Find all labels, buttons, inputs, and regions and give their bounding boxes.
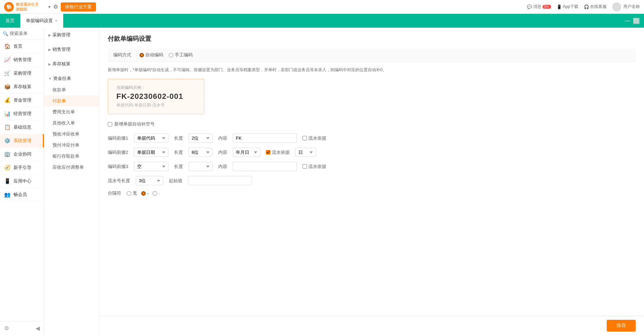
sub-item-prepaid-receivable[interactable]: 预收冲应收单 bbox=[44, 129, 99, 140]
prefix1-select[interactable]: 单据代码 单据日期 部门 业务员 空 bbox=[134, 133, 169, 143]
sidebar-item-home[interactable]: 🏠 首页 bbox=[0, 40, 44, 53]
sub-item-payment[interactable]: 付款单 bbox=[44, 95, 99, 106]
prefix2-label: 编码前缀2 bbox=[108, 149, 128, 156]
prefix3-length-select[interactable] bbox=[189, 162, 213, 171]
sidebar-item-baseinfo[interactable]: 📋 基础信息 bbox=[0, 121, 44, 134]
sidebar-search[interactable]: 🔍 搜索菜单 bbox=[0, 28, 44, 40]
headset-icon: 🎧 bbox=[584, 4, 589, 9]
sidebar-item-member[interactable]: 👥 畅会员 bbox=[0, 188, 44, 202]
finance-icon: 💰 bbox=[4, 97, 11, 103]
sidebar-item-appcenter[interactable]: 📱 应用中心 bbox=[0, 175, 44, 188]
sep-none-input[interactable] bbox=[127, 191, 131, 196]
settings-tab[interactable]: 单据编码设置 × bbox=[20, 14, 63, 28]
home-tab[interactable]: 首页 bbox=[0, 14, 20, 28]
sub-group-inventory-title[interactable]: ▶ 库存核算 bbox=[44, 58, 99, 70]
prefix3-serial-checkbox[interactable] bbox=[302, 164, 307, 169]
message-badge: 99+ bbox=[542, 5, 551, 9]
prefix2-content-select[interactable]: 年月日 年月 年 bbox=[233, 148, 260, 157]
prefix2-serial-period-select[interactable]: 日 月 年 bbox=[295, 148, 316, 157]
sep-dash-input[interactable] bbox=[141, 191, 146, 196]
sidebar-item-purchase[interactable]: 🛒 采购管理 bbox=[0, 67, 44, 80]
code-preview-value: FK-20230602-001 bbox=[116, 92, 196, 101]
workspace-dropdown[interactable]: ▾ bbox=[48, 4, 50, 9]
arrow-right-icon: ▶ bbox=[48, 33, 51, 37]
sub-item-receipt[interactable]: 收款单 bbox=[44, 84, 99, 95]
user-area[interactable]: 用户名称 bbox=[612, 2, 640, 11]
manual-coding-input[interactable] bbox=[169, 53, 173, 57]
sub-item-receivable-adjust[interactable]: 应收应付调整单 bbox=[44, 162, 99, 173]
sidebar-item-guide[interactable]: 🧭 新手引导 bbox=[0, 161, 44, 175]
serial-length-select[interactable]: 2位 3位 4位 5位 bbox=[136, 176, 163, 185]
sep-none-radio[interactable]: 无 bbox=[127, 190, 137, 196]
minimize-window-button[interactable]: — bbox=[625, 18, 630, 24]
prefix3-serial-check[interactable]: 流水依据 bbox=[302, 164, 326, 170]
sep-dash-radio[interactable]: - bbox=[141, 191, 148, 196]
save-button[interactable]: 保存 bbox=[607, 320, 636, 332]
code-preview-label: 当前编码示例： bbox=[116, 85, 196, 91]
prefix1-label: 编码前缀1 bbox=[108, 135, 128, 141]
coding-method-row: 编码方式 自动编码 手工编码 bbox=[108, 48, 636, 62]
separator-radio-group: 无 - · bbox=[127, 190, 160, 196]
prefix2-length-select[interactable]: 6位 8位 10位 bbox=[189, 148, 213, 157]
app-download-button[interactable]: 📱 App下载 bbox=[557, 4, 578, 10]
prefix1-content-input[interactable] bbox=[233, 133, 297, 143]
tab-actions: — ⬜ bbox=[625, 18, 644, 24]
info-text: 新增单据时，*单据编码*自动生成，不可编辑。前缀设置为部门、业务员等档案类型，开… bbox=[108, 67, 636, 73]
sidebar-item-system[interactable]: ⚙️ 系统管理 bbox=[0, 134, 44, 148]
member-icon: 👥 bbox=[4, 192, 11, 198]
prefix2-select[interactable]: 单据代码 单据日期 部门 业务员 空 bbox=[134, 148, 169, 157]
sidebar-item-inventory[interactable]: 📦 库存核算 bbox=[0, 80, 44, 94]
message-button[interactable]: 💬 消息 99+ bbox=[527, 4, 551, 10]
sub-group-sales-title[interactable]: ▶ 销售管理 bbox=[44, 44, 99, 55]
sep-dot-radio[interactable]: · bbox=[153, 191, 160, 196]
sidebar-collapse-button[interactable]: ◀ bbox=[36, 325, 40, 332]
message-icon: 💬 bbox=[527, 4, 532, 9]
prefix3-content-label: 内容 bbox=[218, 164, 227, 170]
sub-item-prepaid-payable[interactable]: 预付冲应付单 bbox=[44, 140, 99, 151]
sidebar-item-operations[interactable]: 📊 经营管理 bbox=[0, 107, 44, 121]
auto-fill-label[interactable]: 新增单据自动补空号 bbox=[114, 121, 155, 127]
operations-icon: 📊 bbox=[4, 111, 11, 117]
sidebar: 🔍 搜索菜单 🏠 首页 📈 销售管理 🛒 采购管理 📦 库存核算 💰 资金管理 … bbox=[0, 28, 44, 335]
auto-coding-radio[interactable]: 自动编码 bbox=[140, 52, 163, 58]
prefix1-length-select[interactable]: 2位 3位 4位 bbox=[189, 133, 213, 143]
sidebar-item-enterprise[interactable]: 🏢 企业协同 bbox=[0, 148, 44, 161]
auto-fill-row: 新增单据自动补空号 bbox=[108, 121, 636, 127]
prefix3-label: 编码前缀3 bbox=[108, 164, 128, 170]
sub-item-expense[interactable]: 费用支出单 bbox=[44, 106, 99, 118]
sidebar-item-sales[interactable]: 📈 销售管理 bbox=[0, 53, 44, 67]
prefix2-serial-checkbox[interactable] bbox=[266, 150, 270, 155]
prefix2-serial-check[interactable]: 流水依据 bbox=[266, 149, 290, 156]
guide-icon: 🧭 bbox=[4, 165, 11, 171]
manual-coding-radio[interactable]: 手工编码 bbox=[169, 52, 193, 58]
settings-gear-button[interactable]: ⚙ bbox=[53, 3, 58, 10]
prefix3-select[interactable]: 单据代码 单据日期 部门 业务员 空 bbox=[134, 162, 169, 171]
prefix2-row: 编码前缀2 单据代码 单据日期 部门 业务员 空 长度 6位 8位 10位 内容 bbox=[108, 148, 636, 157]
auto-coding-input[interactable] bbox=[140, 53, 144, 57]
prefix1-row: 编码前缀1 单据代码 单据日期 部门 业务员 空 长度 2位 3位 4位 内容 bbox=[108, 133, 636, 143]
content-inner: 付款单编码设置 编码方式 自动编码 手工编码 bbox=[99, 28, 644, 316]
sub-group-purchase-title[interactable]: ▶ 采购管理 bbox=[44, 29, 99, 41]
purchase-icon: 🛒 bbox=[4, 70, 11, 76]
service-button[interactable]: 🎧 在线客服 bbox=[584, 4, 607, 10]
logo-area: 畅 畅捷通好生意 旗舰版 bbox=[4, 2, 46, 12]
close-tab-icon[interactable]: × bbox=[55, 18, 57, 23]
promo-button[interactable]: 体验行业方案 bbox=[61, 2, 96, 11]
prefix1-serial-checkbox[interactable] bbox=[302, 136, 307, 140]
auto-fill-checkbox[interactable] bbox=[108, 122, 112, 127]
sidebar-item-finance[interactable]: 💰 资金管理 bbox=[0, 94, 44, 107]
prefix1-serial-check[interactable]: 流水依据 bbox=[302, 135, 326, 141]
sales-icon: 📈 bbox=[4, 57, 11, 63]
prefix2-content-label: 内容 bbox=[218, 149, 227, 156]
sub-item-bank-deposit[interactable]: 银行存取款单 bbox=[44, 151, 99, 162]
serial-start-input[interactable]: 1 bbox=[188, 176, 252, 185]
sidebar-settings-button[interactable]: ⚙ bbox=[4, 325, 9, 332]
prefix3-content-input[interactable] bbox=[233, 162, 297, 171]
sub-group-capital-title[interactable]: ▼ 资金往来 bbox=[44, 73, 99, 84]
prefix3-row: 编码前缀3 单据代码 单据日期 部门 业务员 空 长度 内容 bbox=[108, 162, 636, 171]
sep-dot-input[interactable] bbox=[153, 191, 157, 196]
baseinfo-icon: 📋 bbox=[4, 124, 11, 130]
search-icon: 🔍 bbox=[3, 31, 8, 36]
maximize-window-button[interactable]: ⬜ bbox=[633, 18, 640, 24]
sub-item-other-income[interactable]: 其他收入单 bbox=[44, 118, 99, 129]
